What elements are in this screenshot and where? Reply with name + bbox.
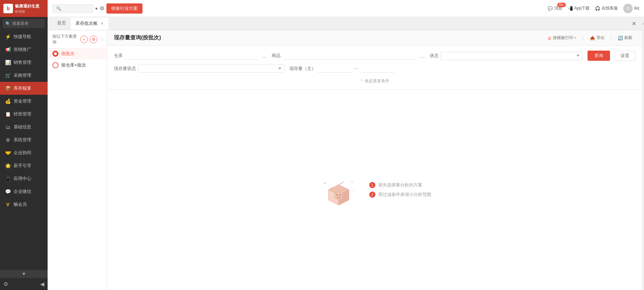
inventory-status-label: 现存量状态 <box>114 66 136 72</box>
status-select[interactable]: 全部 正常 停用 <box>441 52 583 60</box>
settings-icon[interactable]: ⚙ <box>3 281 8 287</box>
inventory-qty-to[interactable] <box>360 65 394 73</box>
sidebar-nav: ⚡ 快捷导航 📢 营销推广 📊 销售管理 🛒 采购管理 📦 库存核算 💰 资金管… <box>0 30 48 270</box>
sidebar-item-enterprise[interactable]: 🤝 企业协同 <box>0 146 48 159</box>
refresh-icon: 🔄 <box>618 36 623 40</box>
sidebar-item-newbie[interactable]: 🌟 新手引导 <box>0 159 48 172</box>
sidebar-item-finance[interactable]: 💰 资金管理 <box>0 95 48 108</box>
topbar-search[interactable]: 🔍 <box>52 4 93 13</box>
refresh-label: 刷新 <box>624 35 632 41</box>
sidebar-scroll-down[interactable]: ▼ <box>0 270 48 278</box>
experience-btn[interactable]: 体验行业方案 <box>106 3 142 14</box>
tab-close-icon[interactable]: ✕ <box>101 21 104 26</box>
sidebar-item-label: 库存核算 <box>14 85 31 91</box>
topbar-dropdown-icon[interactable]: ▾ <box>95 6 98 11</box>
refresh-btn[interactable]: 🔄 刷新 <box>615 34 635 42</box>
online-service-label: 在线客服 <box>601 5 618 11</box>
online-service-action[interactable]: 🎧 在线客服 <box>595 5 618 11</box>
user-initial: R <box>627 6 629 11</box>
filter-row-2: 现存量状态 现存量（主） — <box>114 64 635 73</box>
plan-item-by-batch[interactable]: 按批次 <box>48 48 107 59</box>
filter-area: 仓库 ... 商品 ... 状态 全部 正常 <box>107 46 642 90</box>
message-action[interactable]: 💬 消息 99+ <box>548 5 562 11</box>
page-actions: 🖨 按模板打印 ▾ | 📤 导出 | 🔄 刷新 <box>545 34 635 42</box>
empty-tip-2: 2 用过滤条件来缩小分析范围 <box>369 192 431 198</box>
sidebar-item-label: 采购管理 <box>14 72 31 78</box>
product-input[interactable] <box>283 52 416 60</box>
headset-icon: 🎧 <box>595 6 600 11</box>
export-btn[interactable]: 📤 导出 <box>587 34 607 42</box>
tab-batch-ledger[interactable]: 库存批次账 ✕ <box>71 18 108 30</box>
sidebar-item-quick[interactable]: ⚡ 快捷导航 <box>0 30 48 43</box>
plan-dot-filled <box>52 51 58 57</box>
empty-tip-1: 1 请先选择要分析的方案 <box>369 182 431 188</box>
user-avatar[interactable]: R Rit <box>623 4 639 13</box>
warehouse-label: 仓库 <box>114 53 123 59</box>
tab-home-label: 首页 <box>57 20 66 26</box>
tab-home[interactable]: 首页 <box>52 17 71 30</box>
collapse-more-btn[interactable]: ⌃ 收起更多条件 <box>114 76 635 86</box>
svg-text:✦: ✦ <box>351 180 353 184</box>
sidebar-item-wechat[interactable]: 💬 企业微信 <box>0 185 48 198</box>
inventory-icon: 📦 <box>5 85 11 91</box>
collapse-more-label: 收起更多条件 <box>365 78 389 84</box>
tip2-num: 2 <box>369 192 375 198</box>
sidebar-brand: 畅康通好生意 标准版 <box>15 3 39 14</box>
sidebar: b 畅康通好生意 标准版 🔍 搜索菜单 ⚡ 快捷导航 📢 营销推广 📊 销售管理… <box>0 0 48 290</box>
tabbar-close-btn[interactable]: ✕ <box>627 20 641 27</box>
scrollbar[interactable] <box>642 30 644 290</box>
inventory-status-select[interactable] <box>138 64 285 73</box>
inventory-qty-from[interactable] <box>318 65 352 73</box>
sidebar-item-appstore[interactable]: 📱 应用中心 <box>0 172 48 185</box>
sidebar-item-inventory[interactable]: 📦 库存核算 <box>0 82 48 95</box>
sidebar-item-sales[interactable]: 📊 销售管理 <box>0 56 48 69</box>
sidebar-item-system[interactable]: ⚙ 系统管理 <box>0 133 48 146</box>
inventory-qty-label: 现存量（主） <box>289 66 316 72</box>
empty-state: ✦ ✦ ✦ 1 请先选择要分析的方案 2 用过滤条件来缩小分析范围 <box>107 90 642 290</box>
product-dots[interactable]: ... <box>420 52 425 59</box>
svg-text:✦: ✦ <box>323 181 327 186</box>
filter-row-1: 仓库 ... 商品 ... 状态 全部 正常 <box>114 51 635 61</box>
settings-plan-btn[interactable]: ⚙ <box>90 36 97 43</box>
topbar-gear-icon[interactable]: ⚙ <box>100 5 104 12</box>
app-download-action[interactable]: 📲 App下载 <box>568 5 590 11</box>
print-dropdown-icon[interactable]: ▾ <box>575 36 576 40</box>
collapse-left-panel-btn[interactable]: 《 <box>99 36 103 43</box>
settings-btn[interactable]: 设置 <box>615 51 635 61</box>
plan-item-by-warehouse-batch[interactable]: 按仓库+批次 <box>48 59 107 71</box>
sidebar-search[interactable]: 🔍 搜索菜单 <box>3 19 45 28</box>
left-panel-title: 按以下方案查询 <box>52 34 80 45</box>
collapse-sidebar-icon[interactable]: ◀ <box>40 281 44 287</box>
tip1-num: 1 <box>369 182 375 188</box>
empty-illustration: ✦ ✦ ✦ <box>318 173 359 207</box>
status-field: 状态 全部 正常 停用 <box>430 52 583 60</box>
export-label: 导出 <box>596 35 605 41</box>
search-label: 搜索菜单 <box>12 21 29 26</box>
sidebar-item-purchase[interactable]: 🛒 采购管理 <box>0 69 48 82</box>
sidebar-item-label: 经营管理 <box>14 111 31 117</box>
collapse-up-icon: ⌃ <box>360 79 363 84</box>
print-btn[interactable]: 🖨 按模板打印 ▾ <box>545 34 579 42</box>
sidebar-item-marketing[interactable]: 📢 营销推广 <box>0 43 48 56</box>
app-download-label: App下载 <box>574 5 590 11</box>
sidebar-item-basic[interactable]: 🗂 基础信息 <box>0 121 48 133</box>
content-area: 按以下方案查询 ＋ ⚙ 《 按批次 按仓库+批次 <box>48 30 644 290</box>
warehouse-input[interactable] <box>125 52 258 60</box>
vip-icon: V <box>5 201 11 207</box>
print-icon: 🖨 <box>547 36 552 40</box>
sidebar-item-vip[interactable]: V 畅会员 <box>0 198 48 211</box>
empty-tips: 1 请先选择要分析的方案 2 用过滤条件来缩小分析范围 <box>369 182 431 198</box>
page-title: 现存量查询(按批次) <box>114 34 161 41</box>
tip1-text: 请先选择要分析的方案 <box>378 182 422 188</box>
warehouse-dots[interactable]: ... <box>262 52 267 59</box>
wechat-icon: 💬 <box>5 188 11 195</box>
basic-icon: 🗂 <box>5 124 11 130</box>
system-icon: ⚙ <box>5 137 11 143</box>
tabbar-scroll-icon[interactable]: › <box>642 20 644 26</box>
empty-svg: ✦ ✦ ✦ <box>318 173 359 207</box>
query-btn[interactable]: 查询 <box>588 51 610 61</box>
sidebar-item-operation[interactable]: 📋 经营管理 <box>0 108 48 121</box>
qty-dash: — <box>354 66 358 71</box>
tabbar: 首页 库存批次账 ✕ ✕ › <box>48 17 644 30</box>
add-plan-btn[interactable]: ＋ <box>80 36 88 43</box>
